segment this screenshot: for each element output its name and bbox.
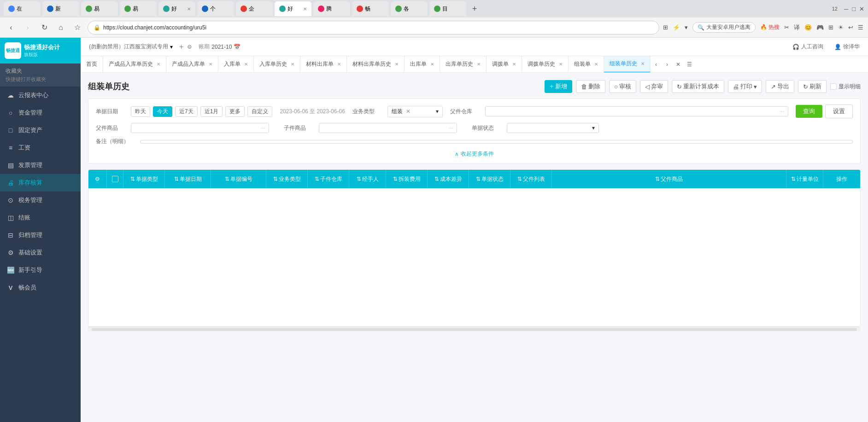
nav-tab-8-close[interactable]: ✕ [430,62,434,67]
yesterday-btn[interactable]: 昨天 [131,106,150,117]
sidebar-item-fixed-assets[interactable]: □ 固定资产 [0,121,81,139]
tab-5-close[interactable]: ✕ [187,6,191,12]
settings-gear-icon[interactable]: ⚙ [187,44,192,50]
nav-tab-13-close[interactable]: ✕ [641,61,645,66]
th-settings[interactable]: ⚙ [88,170,107,188]
browser-tab-2[interactable]: 新 [42,1,79,16]
export-button[interactable]: ↗ 导出 [766,80,794,93]
settings-button[interactable]: 设置 [825,104,853,118]
th-child-warehouse[interactable]: ⇅ 子件仓库 [308,170,349,188]
grid-icon[interactable]: ⊞ [663,24,668,31]
nav-tab-2[interactable]: 产成品入库单历史 ✕ [103,56,166,73]
scissors-icon[interactable]: ✂ [784,24,789,31]
nav-tab-home[interactable]: 首页 [81,56,103,73]
th-unit[interactable]: ⇅ 计量单位 [786,170,823,188]
tab-scroll-left[interactable]: ‹ [651,56,662,73]
user-profile[interactable]: 👤 徐泽华 [832,42,862,52]
parent-goods-input[interactable]: ··· [131,123,269,133]
search-box[interactable]: 🔍 大量安卓用户逃离 [692,22,756,33]
forward-button[interactable]: › [21,21,34,34]
apps-icon[interactable]: ⊞ [828,24,833,31]
close-window-button[interactable]: ✕ [859,6,864,12]
1month-btn[interactable]: 近1月 [200,106,223,117]
delete-button[interactable]: 🗑 删除 [576,80,605,93]
add-company-button[interactable]: + [179,43,183,51]
print-button[interactable]: 🖨 打印 ▾ [728,80,762,93]
nav-tab-11-close[interactable]: ✕ [559,62,563,67]
more-btn[interactable]: 更多 [225,106,245,117]
browser-tab-12[interactable]: 目 [429,1,466,16]
display-detail-toggle[interactable]: 显示明细 [830,83,861,91]
nav-tab-13[interactable]: 组装单历史 ✕ [604,56,651,73]
emoji-icon[interactable]: 😊 [804,24,812,31]
sidebar-item-archive[interactable]: ⊟ 归档管理 [0,226,81,244]
maximize-button[interactable]: □ [852,6,856,12]
refresh-button[interactable]: ↻ [38,21,51,34]
display-detail-checkbox[interactable] [830,83,837,90]
sidebar-item-guide[interactable]: 🆕 新手引导 [0,261,81,279]
nav-tab-10-close[interactable]: ✕ [512,62,516,67]
tab-scroll-right[interactable]: › [662,56,673,73]
sidebar-item-payroll[interactable]: ≡ 工资 [0,139,81,156]
th-parent-goods[interactable]: ⇅ 父件商品 [552,170,786,188]
browser-tab-7[interactable]: 企 [236,1,273,16]
browser-tab-8[interactable]: 好 ✕ [275,1,311,16]
th-order-no[interactable]: ⇅ 单据编号 [211,170,266,188]
company-selector[interactable]: (勿删勿禁用）江西服宝测试专用 ▾ [86,42,176,52]
sidebar-item-tax[interactable]: ⊙ 税务管理 [0,191,81,209]
audit-button[interactable]: ○ 审核 [609,80,636,93]
th-business-type[interactable]: ⇅ 业务类型 [266,170,308,188]
dropdown-icon[interactable]: ▾ [685,24,688,31]
sun-icon[interactable]: ☀ [838,24,844,31]
nav-tab-12[interactable]: 组装单 ✕ [569,56,604,73]
collapse-button[interactable]: ∧ 收起更多条件 [96,150,853,158]
7days-btn[interactable]: 近7天 [175,106,198,117]
today-btn[interactable]: 今天 [153,106,172,117]
browser-tab-9[interactable]: 腾 [313,1,350,16]
minimize-button[interactable]: ─ [844,6,848,12]
nav-tab-6-close[interactable]: ✕ [337,62,341,67]
lightning-icon[interactable]: ⚡ [673,24,680,31]
th-order-type[interactable]: ⇅ 单据类型 [123,170,165,188]
browser-tab-11[interactable]: 各 [391,1,428,16]
query-button[interactable]: 查询 [796,105,822,118]
tab-more-button[interactable]: ✕ [673,56,684,73]
sidebar-item-member[interactable]: V 畅会员 [0,279,81,296]
nav-tab-7[interactable]: 材料出库单历史 ✕ [347,56,405,73]
service-button[interactable]: 🎧 人工咨询 [790,42,826,52]
translate-icon[interactable]: 译 [794,23,800,32]
th-disassembly-fee[interactable]: ⇅ 拆装费用 [386,170,428,188]
nav-tab-10[interactable]: 调拨单 ✕ [487,56,522,73]
browser-tab-10[interactable]: 畅 [352,1,389,16]
browser-tab-1[interactable]: 在 [4,1,41,16]
child-goods-input[interactable]: ··· [319,123,457,133]
order-status-dropdown[interactable]: ▾ [592,125,595,131]
custom-btn[interactable]: 自定义 [247,106,272,117]
home-button[interactable]: ⌂ [54,21,67,34]
refresh-button[interactable]: ↻ 刷新 [798,80,827,93]
nav-tab-5[interactable]: 入库单历史 ✕ [254,56,300,73]
sidebar-item-cloud-report[interactable]: ☁ 云报表中心 [0,87,81,104]
nav-tab-8[interactable]: 出库单 ✕ [405,56,440,73]
tab-8-close[interactable]: ✕ [303,6,307,12]
nav-tab-6[interactable]: 材料出库单 ✕ [300,56,347,73]
period-selector[interactable]: 账期 2021-10 📅 [196,42,243,52]
undo-icon[interactable]: ↩ [848,24,853,31]
sidebar-item-checkout[interactable]: ◫ 结账 [0,209,81,226]
th-handler[interactable]: ⇅ 经手人 [349,170,386,188]
th-order-status[interactable]: ⇅ 单据状态 [469,170,510,188]
game-icon[interactable]: 🎮 [816,24,824,31]
select-all-checkbox[interactable] [112,176,118,182]
recalculate-button[interactable]: ↻ 重新计算成本 [672,80,724,93]
browser-tab-5[interactable]: 好 ✕ [158,1,195,16]
horizontal-scrollbar[interactable] [88,327,861,331]
nav-tab-5-close[interactable]: ✕ [291,62,294,67]
nav-tab-11[interactable]: 调拨单历史 ✕ [522,56,569,73]
sidebar-item-inventory[interactable]: 🖨 库存核算 [0,174,81,191]
nav-tab-4-close[interactable]: ✕ [244,62,248,67]
nav-tab-12-close[interactable]: ✕ [594,62,598,67]
nav-tab-9[interactable]: 出库单历史 ✕ [440,56,487,73]
business-type-close[interactable]: ✕ [406,108,411,115]
back-button[interactable]: ‹ [5,21,18,34]
order-status-select[interactable]: ▾ [507,123,599,133]
